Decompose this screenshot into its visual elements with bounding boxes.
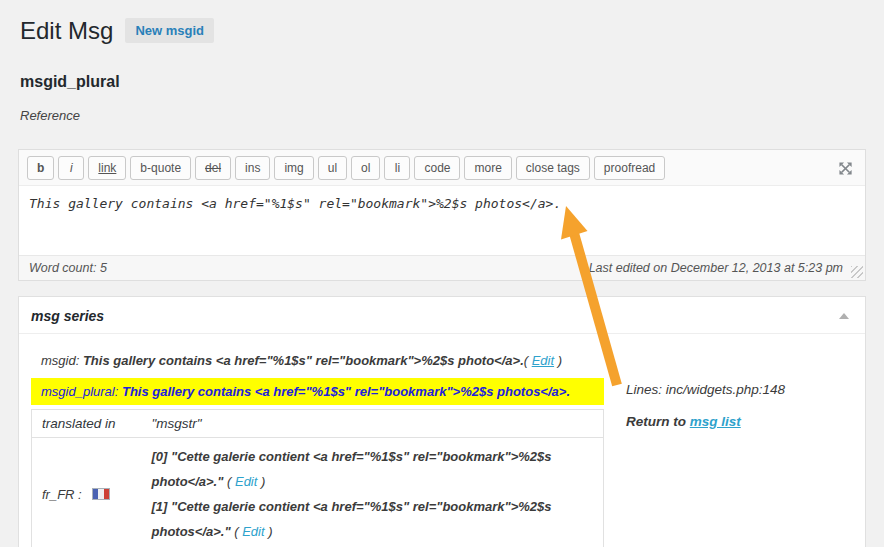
edit-msgstr-1-link[interactable]: Edit — [242, 524, 264, 539]
lines-reference: Lines: inc/widgets.php:148 — [626, 382, 785, 397]
quicktag-i-button[interactable]: i — [58, 156, 84, 180]
locale-cell: fr_FR : — [32, 438, 142, 547]
msgstr-header: "msgstr" — [142, 410, 604, 438]
metabox-title: msg series — [31, 308, 104, 324]
quicktag-li-button[interactable]: li — [384, 156, 410, 180]
page-title: Edit Msg — [20, 16, 113, 45]
editor-statusbar: Word count: 5 Last edited on December 12… — [19, 255, 865, 280]
msg-series-metabox: msg series msgid: This gallery contains … — [18, 296, 866, 547]
msgstr-entry-1: [1] "Cette galerie contient <a href="%1$… — [152, 494, 594, 544]
quicktag-b-button[interactable]: b — [27, 156, 54, 180]
quicktag-img-button[interactable]: img — [274, 156, 313, 180]
quicktag-code-button[interactable]: code — [414, 156, 460, 180]
collapse-toggle-icon[interactable] — [839, 313, 849, 319]
resize-grip-icon[interactable] — [851, 266, 863, 278]
edit-msgid-link[interactable]: Edit — [532, 353, 554, 368]
translations-table: translated in "msgstr" fr_FR : [0] "Cett… — [31, 409, 604, 547]
msgid-row: msgid: This gallery contains <a href="%1… — [31, 344, 604, 375]
msgstr-cell: [0] "Cette galerie contient <a href="%1$… — [142, 438, 604, 547]
fullscreen-icon[interactable] — [838, 161, 853, 176]
metabox-sidebar: Lines: inc/widgets.php:148 Return to msg… — [626, 344, 785, 547]
reference-label: Reference — [20, 108, 884, 123]
new-msgid-button[interactable]: New msgid — [125, 18, 214, 43]
metabox-body: msgid: This gallery contains <a href="%1… — [19, 334, 865, 547]
metabox-header[interactable]: msg series — [19, 297, 865, 334]
quicktag-proofread-button[interactable]: proofread — [594, 156, 665, 180]
table-header-row: translated in "msgstr" — [32, 410, 604, 438]
edit-msg-page: Edit MsgNew msgid msgid_plural Reference… — [0, 0, 884, 547]
quicktag-ul-button[interactable]: ul — [318, 156, 347, 180]
last-edited-text: Last edited on December 12, 2013 at 5:23… — [589, 261, 843, 275]
quicktag-ol-button[interactable]: ol — [351, 156, 380, 180]
translated-in-header: translated in — [32, 410, 142, 438]
msgid-plural-heading: msgid_plural — [20, 73, 884, 91]
word-count: Word count: 5 — [29, 261, 107, 275]
quicktags-toolbar: bilinkb-quotedelinsimgulollicodemoreclos… — [19, 150, 865, 186]
page-header: Edit MsgNew msgid — [0, 0, 884, 47]
edit-msgstr-0-link[interactable]: Edit — [235, 474, 257, 489]
quicktags-buttons: bilinkb-quotedelinsimgulollicodemoreclos… — [27, 158, 669, 175]
editor-box: bilinkb-quotedelinsimgulollicodemoreclos… — [18, 149, 866, 281]
quicktag-b-quote-button[interactable]: b-quote — [130, 156, 191, 180]
quicktag-del-button[interactable]: del — [195, 156, 231, 180]
msg-list-link[interactable]: msg list — [690, 414, 741, 429]
msgid-plural-row-highlighted: msgid_plural: This gallery contains <a h… — [31, 378, 604, 405]
message-textarea[interactable]: This gallery contains <a href="%1$s" rel… — [19, 186, 865, 255]
france-flag-icon — [92, 488, 110, 500]
quicktag-ins-button[interactable]: ins — [235, 156, 270, 180]
table-row: fr_FR : [0] "Cette galerie contient <a h… — [32, 438, 604, 547]
msg-details-column: msgid: This gallery contains <a href="%1… — [31, 344, 604, 547]
msgstr-entry-0: [0] "Cette galerie contient <a href="%1$… — [152, 444, 594, 494]
quicktag-close-tags-button[interactable]: close tags — [516, 156, 590, 180]
quicktag-more-button[interactable]: more — [464, 156, 511, 180]
quicktag-link-button[interactable]: link — [88, 156, 126, 180]
return-row: Return to msg list — [626, 414, 785, 429]
